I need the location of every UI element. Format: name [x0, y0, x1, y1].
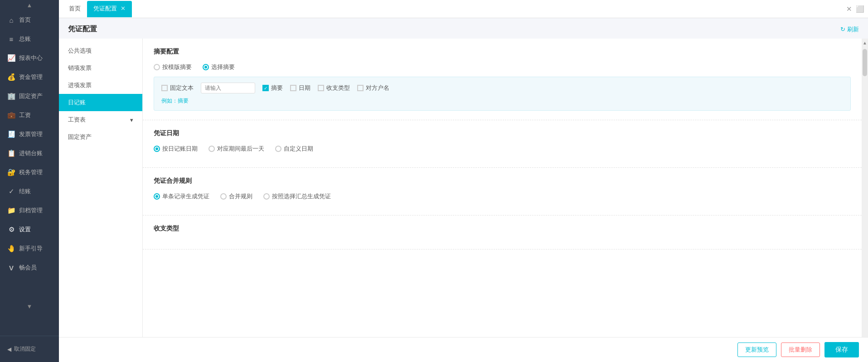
sidebar-item-label: 税务管理	[19, 168, 43, 176]
sidebar-item-purchase-sales[interactable]: 📋 进销台账	[0, 144, 59, 163]
nav-item-public-options[interactable]: 公共选项	[59, 42, 142, 59]
tab-close-button[interactable]: ✕	[121, 5, 126, 12]
nav-item-journal[interactable]: 日记账	[59, 94, 142, 111]
tab-bar-controls: ✕ ⬜	[846, 5, 864, 13]
closing-icon: ✓	[7, 187, 15, 196]
checkbox-summary[interactable]: ✓ 摘要	[262, 84, 283, 92]
voucher-merge-section: 凭证合并规则 单条记录生成凭证 合并规则 按照选择汇总生成凭证	[143, 168, 862, 215]
home-icon: ⌂	[7, 16, 15, 24]
sidebar-item-label: 工资	[19, 111, 31, 119]
update-preview-button[interactable]: 更新预览	[737, 342, 776, 357]
tax-icon: 🔐	[7, 168, 15, 176]
scroll-track: ▲ ▼	[862, 39, 868, 362]
content-wrapper: 公共选项 销项发票 进项发票 日记账 工资表 ▾ 固定资产 摘要配置	[59, 39, 868, 362]
unpin-label: 取消固定	[14, 345, 36, 353]
sidebar-item-settings[interactable]: ⚙ 设置	[0, 220, 59, 239]
refresh-button[interactable]: ↻ 刷新	[840, 25, 859, 34]
radio-circle-select	[203, 64, 209, 70]
voucher-date-section: 凭证日期 按日记账日期 对应期间最后一天 自定义日期	[143, 120, 862, 168]
sidebar-item-guide[interactable]: 🤚 新手引导	[0, 239, 59, 258]
sidebar-item-ledger[interactable]: ≡ 总账	[0, 29, 59, 49]
sidebar-scroll-down[interactable]: ▼	[0, 301, 59, 312]
payroll-icon: 💼	[7, 111, 15, 119]
ledger-icon: ≡	[7, 35, 15, 43]
sidebar-item-label: 报表中心	[19, 54, 43, 62]
pin-icon: ◀	[7, 346, 11, 352]
save-button[interactable]: 保存	[824, 342, 859, 357]
nav-item-sales-invoice[interactable]: 销项发票	[59, 59, 142, 77]
radio-select-summary[interactable]: 选择摘要	[203, 63, 235, 71]
tab-voucher-config[interactable]: 凭证配置 ✕	[87, 1, 132, 17]
sidebar-item-label: 归档管理	[19, 206, 43, 215]
reports-icon: 📈	[7, 54, 15, 62]
batch-delete-button[interactable]: 批量删除	[781, 342, 820, 357]
checkbox-box-counterparty	[357, 85, 364, 91]
checkbox-fixed-text[interactable]: 固定文本	[161, 84, 194, 92]
sidebar-item-funds[interactable]: 💰 资金管理	[0, 68, 59, 87]
nav-item-payroll-table[interactable]: 工资表 ▾	[59, 111, 142, 128]
radio-merge-rules[interactable]: 合并规则	[220, 192, 252, 201]
radio-last-day[interactable]: 对应期间最后一天	[209, 145, 264, 153]
sidebar-item-label: 结账	[19, 187, 31, 196]
sidebar-item-label: 发票管理	[19, 130, 43, 138]
unpin-button[interactable]: ◀ 取消固定	[0, 341, 59, 357]
refresh-icon: ↻	[840, 26, 845, 33]
right-panel: 摘要配置 按模版摘要 选择摘要	[143, 39, 862, 362]
radio-by-selection-total[interactable]: 按照选择汇总生成凭证	[263, 192, 331, 201]
radio-circle-by-selection	[263, 193, 270, 200]
radio-template-summary[interactable]: 按模版摘要	[154, 63, 192, 71]
checkbox-box-fixed-text	[161, 85, 168, 91]
voucher-merge-title: 凭证合并规则	[154, 177, 851, 185]
checkbox-box-date	[290, 85, 296, 91]
summary-radio-group: 按模版摘要 选择摘要	[154, 63, 851, 71]
voucher-date-title: 凭证日期	[154, 129, 851, 137]
sidebar-item-tax-mgmt[interactable]: 🔐 税务管理	[0, 163, 59, 182]
summary-config-box: 固定文本 ✓ 摘要 日期	[154, 77, 851, 111]
checkbox-box-summary: ✓	[262, 85, 269, 91]
sidebar-item-home[interactable]: ⌂ 首页	[0, 10, 59, 29]
sidebar-item-closing[interactable]: ✓ 结账	[0, 182, 59, 201]
sidebar-item-label: 进销台账	[19, 149, 43, 157]
summary-config-title: 摘要配置	[154, 48, 851, 56]
page-title: 凭证配置	[68, 24, 97, 34]
radio-custom-date[interactable]: 自定义日期	[275, 145, 313, 153]
checkbox-counterparty[interactable]: 对方户名	[357, 84, 389, 92]
scroll-up-arrow[interactable]: ▲	[862, 39, 868, 47]
main-area: 首页 凭证配置 ✕ ✕ ⬜ 凭证配置 ↻ 刷新 公共选项 销项发票 进	[59, 0, 868, 362]
radio-circle-last-day	[209, 146, 215, 152]
tab-home[interactable]: 首页	[63, 1, 87, 17]
sidebar-item-fixed-assets[interactable]: 🏢 固定资产	[0, 87, 59, 106]
radio-single-record[interactable]: 单条记录生成凭证	[154, 192, 209, 201]
bottom-bar: 更新预览 批量删除 保存	[59, 337, 868, 362]
radio-circle-single-record	[154, 193, 160, 200]
funds-icon: 💰	[7, 73, 15, 81]
income-expense-title: 收支类型	[154, 225, 851, 233]
sidebar-item-label: 畅会员	[19, 264, 37, 272]
fixed-text-input[interactable]	[201, 83, 255, 93]
settings-icon: ⚙	[7, 225, 15, 234]
nav-item-purchase-invoice[interactable]: 进项发票	[59, 77, 142, 94]
sidebar: ▲ ⌂ 首页 ≡ 总账 📈 报表中心 💰 资金管理 🏢 固定资产 💼 工资 🧾 …	[0, 0, 59, 362]
sidebar-item-payroll[interactable]: 💼 工资	[0, 106, 59, 125]
guide-icon: 🤚	[7, 245, 15, 253]
sidebar-item-invoice-mgmt[interactable]: 🧾 发票管理	[0, 125, 59, 144]
window-close-button[interactable]: ✕	[846, 5, 852, 13]
voucher-merge-radio-group: 单条记录生成凭证 合并规则 按照选择汇总生成凭证	[154, 192, 851, 201]
scroll-thumb[interactable]	[863, 49, 867, 76]
radio-by-journal-date[interactable]: 按日记账日期	[154, 145, 198, 153]
invoice-icon: 🧾	[7, 130, 15, 138]
checkbox-box-income-type	[318, 85, 324, 91]
sidebar-item-label: 新手引导	[19, 245, 43, 253]
sidebar-item-vip[interactable]: V 畅会员	[0, 258, 59, 277]
checkbox-date[interactable]: 日期	[290, 84, 310, 92]
voucher-date-radio-group: 按日记账日期 对应期间最后一天 自定义日期	[154, 145, 851, 153]
radio-circle-journal-date	[154, 146, 160, 152]
checkbox-income-type[interactable]: 收支类型	[318, 84, 350, 92]
sidebar-scroll-up[interactable]: ▲	[0, 0, 59, 10]
radio-circle-template	[154, 64, 160, 70]
left-nav: 公共选项 销项发票 进项发票 日记账 工资表 ▾ 固定资产	[59, 39, 143, 362]
sidebar-item-reports[interactable]: 📈 报表中心	[0, 49, 59, 68]
sidebar-item-archive[interactable]: 📁 归档管理	[0, 201, 59, 220]
window-maximize-button[interactable]: ⬜	[856, 5, 864, 13]
nav-item-fixed-assets[interactable]: 固定资产	[59, 128, 142, 146]
